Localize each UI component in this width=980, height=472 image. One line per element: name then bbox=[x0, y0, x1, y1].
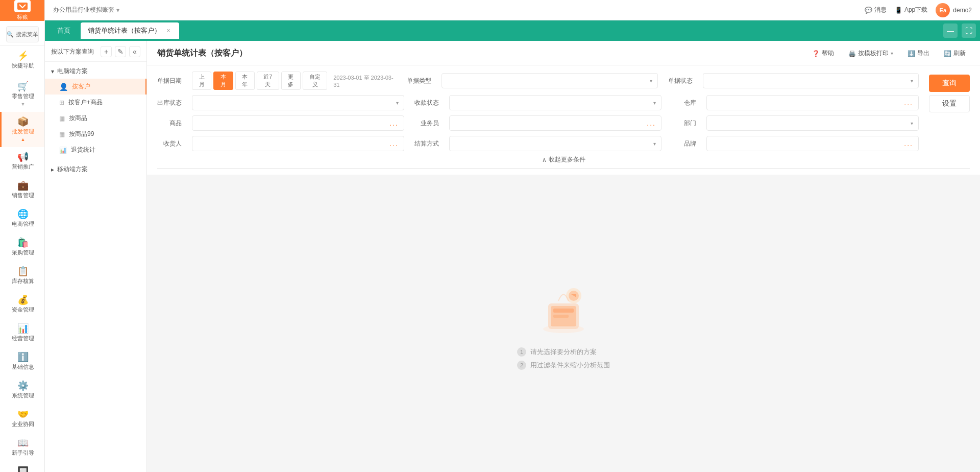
dept-select[interactable]: ▾ bbox=[706, 115, 919, 131]
print-label: 按模板打印 bbox=[858, 49, 889, 58]
empty-state: 1 请先选择要分析的方案 2 用过滤条件来缩小分析范围 bbox=[147, 175, 980, 472]
scheme-item-return-stats-label: 退货统计 bbox=[71, 146, 95, 154]
add-icon: + bbox=[104, 48, 108, 56]
scheme-item-goods[interactable]: ▦ 按商品 bbox=[45, 110, 146, 126]
tab-close-button[interactable]: × bbox=[165, 27, 172, 34]
avatar-text: Ea bbox=[940, 7, 946, 13]
user-label: demo2 bbox=[953, 7, 972, 14]
goods-select[interactable]: ... bbox=[192, 115, 404, 131]
doc-type-label: 单据类型 bbox=[407, 77, 431, 85]
sidebar-item-ecommerce[interactable]: 🌐 电商管理 bbox=[0, 204, 44, 233]
sidebar-item-cooperation[interactable]: 🤝 企业协同 bbox=[0, 405, 44, 433]
date-btn-custom[interactable]: 自定义 bbox=[303, 72, 327, 90]
scheme-item-customer-label: 按客户 bbox=[72, 82, 90, 91]
industry-dropdown-btn[interactable]: ▾ bbox=[116, 7, 119, 14]
tab-sales-stats-label: 销货单统计表（按客户） bbox=[88, 26, 161, 35]
hint-num-2: 2 bbox=[517, 361, 526, 370]
mobile-group-header[interactable]: ▸ 移动端方案 bbox=[45, 162, 146, 177]
sidebar-item-quick-nav[interactable]: ⚡ 快捷导航 bbox=[0, 46, 44, 75]
wholesale-arrow: ▲ bbox=[21, 137, 26, 142]
scheme-edit-button[interactable]: ✎ bbox=[115, 46, 126, 57]
filter-row-3: 商品 ... 业务员 ... 部门 bbox=[157, 115, 919, 131]
date-btn-this-month[interactable]: 本月 bbox=[213, 72, 233, 90]
date-filter-row: 单据日期 上月 本月 本年 近7天 更多 自定义 20 bbox=[157, 72, 919, 90]
goods-scheme-icon: ▦ bbox=[59, 115, 65, 122]
date-btn-last-7[interactable]: 近7天 bbox=[257, 72, 279, 90]
sidebar-item-app-center[interactable]: 🔲 应用中心 bbox=[0, 462, 44, 472]
main-area: 办公用品行业模拟账套 ▾ 💬 消息 📱 App下载 Ea demo2 首页 bbox=[45, 0, 980, 472]
receiver-select[interactable]: ... bbox=[192, 136, 404, 151]
pc-group-label: 电脑端方案 bbox=[57, 67, 88, 76]
receipt-status-select[interactable]: ▾ bbox=[449, 95, 662, 110]
sidebar-item-inventory[interactable]: 📋 库存核算 bbox=[0, 262, 44, 290]
sidebar-item-guide[interactable]: 📖 新手引导 bbox=[0, 433, 44, 462]
settlement-select[interactable]: ▾ bbox=[449, 136, 662, 151]
app-download-label: App下载 bbox=[904, 6, 927, 14]
app-download-button[interactable]: 📱 App下载 bbox=[895, 6, 927, 14]
warehouse-dots: ... bbox=[904, 99, 913, 107]
date-btn-more[interactable]: 更多 bbox=[281, 72, 301, 90]
tab-sales-stats[interactable]: 销货单统计表（按客户） × bbox=[81, 22, 179, 39]
retail-icon: 🛒 bbox=[17, 82, 29, 91]
scheme-item-customer-goods[interactable]: ⊞ 按客户+商品 bbox=[45, 95, 146, 110]
scheme-add-button[interactable]: + bbox=[101, 46, 112, 57]
settings-button[interactable]: 设置 bbox=[929, 95, 970, 112]
content-area: 按以下方案查询 + ✎ « ▾ 电脑端方案 bbox=[45, 41, 980, 472]
sidebar-item-wholesale[interactable]: 📦 批发管理 ▲ bbox=[0, 112, 44, 147]
app-center-icon: 🔲 bbox=[17, 467, 29, 472]
inventory-icon: 📋 bbox=[17, 267, 29, 276]
salesperson-select[interactable]: ... bbox=[449, 115, 662, 131]
refresh-button[interactable]: 🔄 刷新 bbox=[940, 47, 970, 60]
svg-rect-5 bbox=[553, 315, 569, 318]
help-button[interactable]: ❓ 帮助 bbox=[808, 47, 838, 60]
sidebar-item-finance[interactable]: 💰 资金管理 bbox=[0, 290, 44, 319]
scheme-item-goods99-label: 按商品99 bbox=[69, 130, 94, 138]
scheme-item-return-stats[interactable]: 📊 退货统计 bbox=[45, 142, 146, 158]
finance-label: 资金管理 bbox=[12, 306, 34, 314]
receipt-status-label: 收款状态 bbox=[414, 99, 439, 107]
scheme-item-goods99[interactable]: ▦ 按商品99 bbox=[45, 126, 146, 142]
tab-maximize-button[interactable]: ⛶ bbox=[962, 23, 976, 38]
warehouse-select[interactable]: ... bbox=[706, 95, 919, 110]
marketing-label: 营销推广 bbox=[12, 163, 34, 171]
search-menu-button[interactable]: 🔍 搜索菜单 bbox=[6, 26, 39, 42]
tab-minimize-button[interactable]: — bbox=[943, 23, 958, 38]
refresh-label: 刷新 bbox=[953, 49, 966, 58]
empty-hint-1: 1 请先选择要分析的方案 bbox=[517, 347, 610, 357]
app-logo[interactable]: 标账 bbox=[0, 0, 45, 21]
cooperation-icon: 🤝 bbox=[17, 410, 29, 419]
date-btn-last-month[interactable]: 上月 bbox=[192, 72, 211, 90]
date-btn-this-year[interactable]: 本年 bbox=[235, 72, 255, 90]
salesperson-dots: ... bbox=[647, 119, 656, 127]
doc-status-select[interactable]: ▾ bbox=[703, 73, 919, 88]
help-label: 帮助 bbox=[822, 49, 834, 58]
print-button[interactable]: 🖨️ 按模板打印 ▾ bbox=[844, 47, 897, 60]
brand-select[interactable]: ... bbox=[706, 136, 919, 151]
pc-group-header[interactable]: ▾ 电脑端方案 bbox=[45, 64, 146, 79]
goods-label: 商品 bbox=[157, 119, 182, 128]
scheme-item-customer[interactable]: 👤 按客户 bbox=[45, 79, 146, 95]
hint-text-2: 用过滤条件来缩小分析范围 bbox=[530, 361, 610, 370]
sidebar-item-system[interactable]: ⚙️ 系统管理 bbox=[0, 376, 44, 405]
query-button[interactable]: 查询 bbox=[929, 75, 970, 92]
empty-illustration bbox=[533, 278, 594, 339]
tab-home[interactable]: 首页 bbox=[49, 20, 79, 41]
sidebar-item-purchase[interactable]: 🛍️ 采购管理 bbox=[0, 233, 44, 262]
out-status-select[interactable]: ▾ bbox=[192, 95, 404, 110]
message-button[interactable]: 💬 消息 bbox=[865, 6, 887, 14]
mobile-group-label: 移动端方案 bbox=[57, 165, 88, 174]
sidebar-item-basic-info[interactable]: ℹ️ 基础信息 bbox=[0, 347, 44, 376]
collapse-bar[interactable]: ∧ 收起更多条件 bbox=[157, 151, 970, 169]
export-button[interactable]: ⬇️ 导出 bbox=[903, 47, 934, 60]
receiver-dots: ... bbox=[389, 139, 399, 148]
sidebar-item-operations[interactable]: 📊 经营管理 bbox=[0, 319, 44, 347]
scheme-collapse-button[interactable]: « bbox=[129, 46, 140, 57]
user-profile-button[interactable]: Ea demo2 bbox=[936, 3, 972, 17]
search-menu-label: 搜索菜单 bbox=[16, 31, 38, 38]
sidebar-item-marketing[interactable]: 📢 营销推广 bbox=[0, 147, 44, 176]
sales-icon: 💼 bbox=[17, 181, 29, 190]
sidebar-item-sales[interactable]: 💼 销售管理 bbox=[0, 176, 44, 204]
sidebar-item-retail[interactable]: 🛒 零售管理 ▼ bbox=[0, 77, 44, 112]
collapse-icon: « bbox=[133, 48, 137, 56]
doc-type-select[interactable]: ▾ bbox=[442, 73, 657, 88]
